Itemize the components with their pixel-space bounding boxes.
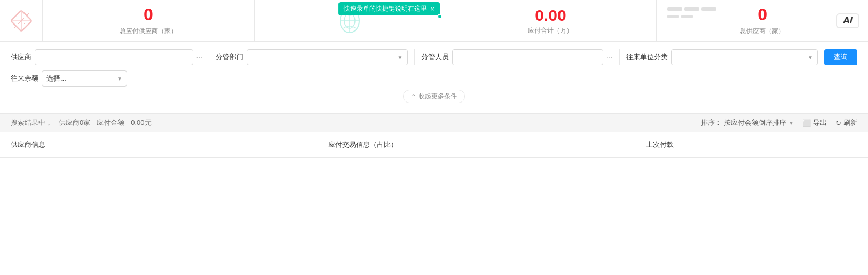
ai-label: Ai xyxy=(843,15,853,26)
balance-select[interactable]: 选择... ▼ xyxy=(42,70,127,87)
person-input[interactable] xyxy=(452,49,604,65)
diamond-icon xyxy=(10,9,33,33)
tooltip-badge[interactable]: 快速录单的快捷键说明在这里 × xyxy=(338,2,440,15)
refresh-button[interactable]: ↻ 刷新 xyxy=(835,118,857,128)
refresh-label: 刷新 xyxy=(843,118,857,128)
person-more[interactable]: ··· xyxy=(606,53,613,61)
col-header-last-payment: 上次付款 xyxy=(646,140,858,150)
supplier-input[interactable] xyxy=(35,49,193,65)
search-button[interactable]: 查询 xyxy=(824,49,857,65)
search-row-1: 供应商 ··· 分管部门 ▼ 分管人员 ··· 往来单位分类 ▼ xyxy=(11,49,857,65)
supplier-field: 供应商 ··· xyxy=(11,49,202,65)
supplier-more[interactable]: ··· xyxy=(196,53,203,61)
sort-dropdown[interactable]: 排序： 按应付会额倒序排序 ▼ xyxy=(701,118,794,128)
divider-3 xyxy=(619,49,620,65)
table-body xyxy=(0,158,868,275)
search-bar: 供应商 ··· 分管部门 ▼ 分管人员 ··· 往来单位分类 ▼ xyxy=(0,42,868,113)
person-field: 分管人员 ··· xyxy=(421,49,613,65)
results-actions: 排序： 按应付会额倒序排序 ▼ ⬜ 导出 ↻ 刷新 xyxy=(701,118,857,128)
collapse-area: ⌃ 收起更多条件 xyxy=(11,87,857,108)
results-amount-value: 0.00元 xyxy=(131,118,151,128)
sort-value: 按应付会额倒序排序 xyxy=(724,118,786,128)
stat-block-payable-suppliers: 0 总应付供应商（家） xyxy=(43,0,255,41)
results-bar: 搜索结果中， 供应商0家 应付金额 0.00元 排序： 按应付会额倒序排序 ▼ … xyxy=(0,113,868,132)
payable-suppliers-label: 总应付供应商（家） xyxy=(120,27,177,36)
stat-block-payable-total: 0.00 应付合计（万） xyxy=(445,0,657,41)
placeholder-boxes2 xyxy=(667,15,693,18)
collapse-label: 收起更多条件 xyxy=(419,92,457,101)
center-icon-block: 快速录单的快捷键说明在这里 × xyxy=(255,0,445,41)
payable-total-number: 0.00 xyxy=(535,6,566,24)
stat-block-total-suppliers: 0 总供应商（家） Ai xyxy=(657,0,868,41)
ai-badge[interactable]: Ai xyxy=(836,13,859,28)
category-label: 往来单位分类 xyxy=(626,52,668,62)
total-suppliers-label: 总供应商（家） xyxy=(740,27,785,36)
category-select[interactable]: ▼ xyxy=(671,49,818,65)
supplier-label: 供应商 xyxy=(11,52,31,62)
balance-field: 往来余额 选择... ▼ xyxy=(11,70,127,87)
person-label: 分管人员 xyxy=(421,52,449,62)
category-chevron: ▼ xyxy=(808,54,813,60)
results-supplier-count: 供应商0家 xyxy=(59,118,90,128)
results-amount-label: 应付金额 xyxy=(97,118,124,128)
export-label: 导出 xyxy=(813,118,827,128)
payable-total-label: 应付合计（万） xyxy=(528,26,573,35)
collapse-button[interactable]: ⌃ 收起更多条件 xyxy=(403,90,465,103)
dept-label: 分管部门 xyxy=(216,52,243,62)
balance-chevron: ▼ xyxy=(117,76,122,82)
total-suppliers-number: 0 xyxy=(757,5,767,24)
payable-suppliers-number: 0 xyxy=(144,5,153,24)
balance-placeholder: 选择... xyxy=(46,74,66,83)
balance-label: 往来余额 xyxy=(11,74,38,83)
placeholder-boxes xyxy=(667,7,716,11)
search-row-2: 往来余额 选择... ▼ xyxy=(11,70,857,87)
dept-field: 分管部门 ▼ xyxy=(216,49,407,65)
divider-2 xyxy=(414,49,415,65)
sort-chevron-icon: ▼ xyxy=(788,120,794,126)
results-prefix: 搜索结果中， xyxy=(11,118,52,128)
stats-bar: 0 总应付供应商（家） 快速录单的快捷键说明在这里 × 0.00 应付合计（万） xyxy=(0,0,868,42)
refresh-icon: ↻ xyxy=(835,119,841,127)
sort-label: 排序： xyxy=(701,118,722,128)
divider-1 xyxy=(209,49,209,65)
dept-chevron: ▼ xyxy=(398,54,403,60)
category-field: 往来单位分类 ▼ xyxy=(626,49,818,65)
col-header-supplier: 供应商信息 xyxy=(11,140,328,150)
col-header-transaction: 应付交易信息（占比） xyxy=(328,140,646,150)
dept-select[interactable]: ▼ xyxy=(247,49,407,65)
logo-block xyxy=(0,0,43,41)
tooltip-dot xyxy=(437,14,443,19)
table-header: 供应商信息 应付交易信息（占比） 上次付款 xyxy=(0,132,868,158)
results-info: 搜索结果中， 供应商0家 应付金额 0.00元 xyxy=(11,118,152,128)
tooltip-close[interactable]: × xyxy=(430,5,435,12)
tooltip-text: 快速录单的快捷键说明在这里 xyxy=(344,4,427,13)
export-button[interactable]: ⬜ 导出 xyxy=(802,118,827,128)
export-icon: ⬜ xyxy=(802,119,811,127)
collapse-icon: ⌃ xyxy=(411,93,416,100)
